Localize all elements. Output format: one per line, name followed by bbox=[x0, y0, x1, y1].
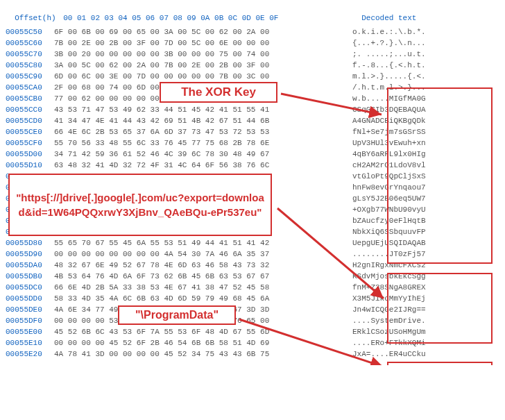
hex-cell: 6F 00 6B 00 69 00 65 00 3A 00 5C 00 62 0… bbox=[54, 26, 352, 37]
offset-cell: 00055DA0 bbox=[6, 260, 54, 271]
hex-cell: 34 71 42 59 36 61 52 46 4C 39 6C 78 30 4… bbox=[54, 149, 352, 160]
decoded-cell: KSdvMjosbkEkcSgg bbox=[352, 271, 426, 282]
offset-cell: 00055CD0 bbox=[6, 115, 54, 126]
decoded-cell: NbkXiQ6SSbquuvFP bbox=[352, 226, 426, 237]
offset-cell: 00055DF0 bbox=[6, 315, 54, 326]
annotation-xor-key: The XOR Key bbox=[160, 82, 277, 103]
redbox-programdata-block bbox=[387, 362, 493, 365]
hex-row: 00055E204A 78 41 3D 00 00 00 00 45 52 34… bbox=[6, 348, 499, 360]
annotation-programdata: "\ProgramData" bbox=[118, 305, 236, 325]
annotation-url-text: "https[://]drive[.]google[.]com/uc?expor… bbox=[15, 190, 265, 219]
hex-cell: 63 48 32 41 4D 32 72 4F 31 4C 64 6F 56 3… bbox=[54, 160, 352, 171]
hex-row: 00055E1000 00 00 00 45 52 6F 2B 46 54 6B… bbox=[6, 337, 499, 348]
offset-cell: 00055DC0 bbox=[6, 282, 54, 293]
decoded-cell: Jn4wICQGe2IJRg== bbox=[352, 304, 426, 315]
decoded-cell: m.l.>.}.....{.<. bbox=[352, 71, 426, 82]
hex-row: 00055C803A 00 5C 00 62 00 2A 00 7B 00 2E… bbox=[6, 60, 499, 71]
hex-cols-label: 00 01 02 03 04 05 06 07 08 09 0A 0B 0C 0… bbox=[63, 14, 361, 22]
hex-cell: 48 32 67 6E 49 52 67 78 4E 6D 63 46 58 4… bbox=[54, 260, 352, 271]
offset-cell: 00055C90 bbox=[6, 71, 54, 82]
hex-row: 00055DB04B 53 64 76 4D 6A 6F 73 62 6B 45… bbox=[6, 271, 499, 282]
hex-row: 00055E0045 52 6B 6C 43 53 6F 7A 55 53 6F… bbox=[6, 326, 499, 337]
decoded-cell: CSqGSIb3DQEBAQUA bbox=[352, 104, 426, 115]
offset-cell: 00055DB0 bbox=[6, 271, 54, 282]
decoded-cell: UpV3HUl3vEwuh+xn bbox=[352, 137, 426, 149]
hex-row: 00055D0034 71 42 59 36 61 52 46 4C 39 6C… bbox=[6, 149, 499, 160]
hex-cell: 00 00 00 00 45 52 6F 2B 46 54 6B 6B 58 5… bbox=[54, 337, 352, 348]
annotation-xor-key-text: The XOR Key bbox=[181, 85, 256, 99]
hex-row: 00055DA048 32 67 6E 49 52 67 78 4E 6D 63… bbox=[6, 260, 499, 271]
hex-cell: 45 52 6B 6C 43 53 6F 7A 55 53 6F 48 4D 6… bbox=[54, 326, 352, 337]
decoded-cell: ....SystemDrive. bbox=[352, 315, 426, 326]
hex-cell: 3B 00 20 00 00 00 00 00 3B 00 00 00 75 0… bbox=[54, 49, 352, 60]
offset-cell: 00055E10 bbox=[6, 337, 54, 348]
decoded-cell: ;. .....;...u.t. bbox=[352, 49, 426, 60]
decoded-cell: ....ERo+FTkkXQMi bbox=[352, 337, 426, 348]
decoded-cell: JxA=....ER4uCCku bbox=[352, 348, 426, 360]
decoded-cell: vtGloPt9QpCljSxS bbox=[352, 171, 426, 182]
decoded-cell: cH2AM2rO1LdoV8vl bbox=[352, 160, 426, 171]
hex-cell: 4A 78 41 3D 00 00 00 00 45 52 34 75 43 4… bbox=[54, 348, 352, 360]
hex-cell: 66 6E 4D 2B 5A 33 38 53 4E 67 41 38 47 5… bbox=[54, 282, 352, 293]
hex-cell: 55 65 70 67 55 45 6A 55 53 51 49 44 41 5… bbox=[54, 237, 352, 249]
decoded-cell: {...+.?.}.\.n... bbox=[352, 37, 426, 49]
offset-cell: 00055D10 bbox=[6, 160, 54, 171]
hex-row: 00055C506F 00 6B 00 69 00 65 00 3A 00 5C… bbox=[6, 26, 499, 37]
hex-cell: 55 70 56 33 48 55 6C 33 76 45 77 75 68 2… bbox=[54, 137, 352, 149]
hex-row: 00055C607B 00 2E 00 2B 00 3F 00 7D 00 5C… bbox=[6, 37, 499, 49]
hex-header: Offset(h)00 01 02 03 04 05 06 07 08 09 0… bbox=[6, 6, 499, 22]
offset-cell: 00055CB0 bbox=[6, 93, 54, 104]
offset-cell: 00055DE0 bbox=[6, 304, 54, 315]
hex-row: 00055DC066 6E 4D 2B 5A 33 38 53 4E 67 41… bbox=[6, 282, 499, 293]
decoded-cell: f.-.8...{.<.h.t. bbox=[352, 60, 426, 71]
offset-cell: 00055D90 bbox=[6, 249, 54, 260]
hex-row: 00055C906D 00 6C 00 3E 00 7D 00 00 00 00… bbox=[6, 71, 499, 82]
annotation-url: "https[://]drive[.]google[.]com/uc?expor… bbox=[8, 174, 272, 236]
decoded-cell: ........JT0zFj57 bbox=[352, 249, 426, 260]
decoded-cell: o.k.i.e.:.\.b.*. bbox=[352, 26, 426, 37]
decoded-cell: X3M5JlkcMmYyIhEj bbox=[352, 293, 426, 304]
offset-cell: 00055C70 bbox=[6, 49, 54, 60]
hex-row: 00055C703B 00 20 00 00 00 00 00 3B 00 00… bbox=[6, 49, 499, 60]
decoded-cell: UepgUEjUSQIDAQAB bbox=[352, 237, 426, 249]
hex-cell: 58 33 4D 35 4A 6C 6B 63 4D 6D 59 79 49 6… bbox=[54, 293, 352, 304]
hex-cell: 43 53 71 47 53 49 62 33 44 51 45 42 41 5… bbox=[54, 104, 352, 115]
decoded-cell: fnM+Z38SNgA8GREX bbox=[352, 282, 426, 293]
hex-row: 00055CF055 70 56 33 48 55 6C 33 76 45 77… bbox=[6, 137, 499, 149]
hex-row: 00055CC043 53 71 47 53 49 62 33 44 51 45… bbox=[6, 104, 499, 115]
decoded-col-label: Decoded text bbox=[361, 14, 416, 22]
hex-row: 00055DD058 33 4D 35 4A 6C 6B 63 4D 6D 59… bbox=[6, 293, 499, 304]
offset-cell: 00055D00 bbox=[6, 149, 54, 160]
decoded-cell: +OXgb77WNbU90vyU bbox=[352, 204, 426, 215]
decoded-cell: hnFw8evGrYnqaou7 bbox=[352, 182, 426, 193]
hex-row: 00055DE04A 6E 34 77 49 43 51 47 65 32 49… bbox=[6, 304, 499, 315]
hex-row: 00055D9000 00 00 00 00 00 00 00 4A 54 30… bbox=[6, 249, 499, 260]
hex-row: 00055D1063 48 32 41 4D 32 72 4F 31 4C 64… bbox=[6, 160, 499, 171]
offset-col-label: Offset(h) bbox=[15, 14, 63, 22]
decoded-cell: w.b.....MIGfMA0G bbox=[352, 93, 426, 104]
hex-cell: 00 00 00 00 00 00 00 00 4A 54 30 7A 46 6… bbox=[54, 249, 352, 260]
offset-cell: 00055E20 bbox=[6, 348, 54, 360]
annotation-programdata-text: "\ProgramData" bbox=[135, 309, 219, 321]
decoded-cell: fNl+Se7jm7sGSrSS bbox=[352, 126, 426, 137]
hex-cell: 6D 00 6C 00 3E 00 7D 00 00 00 00 00 7B 0… bbox=[54, 71, 352, 82]
offset-cell: 00055DD0 bbox=[6, 293, 54, 304]
hex-cell: 7B 00 2E 00 2B 00 3F 00 7D 00 5C 00 6E 0… bbox=[54, 37, 352, 49]
hex-cell: 4B 53 64 76 4D 6A 6F 73 62 6B 45 6B 63 5… bbox=[54, 271, 352, 282]
offset-cell: 00055CA0 bbox=[6, 82, 54, 93]
offset-cell: 00055C60 bbox=[6, 37, 54, 49]
decoded-cell: 4qBY6aRFL9lx0HIg bbox=[352, 149, 426, 160]
offset-cell: 00055E00 bbox=[6, 326, 54, 337]
hex-cell: 41 34 47 4E 41 44 43 42 69 51 4B 42 67 5… bbox=[54, 115, 352, 126]
decoded-cell: A4GNADCBiQKBgQDk bbox=[352, 115, 426, 126]
hex-cell: 66 4E 6C 2B 53 65 37 6A 6D 37 73 47 53 7… bbox=[54, 126, 352, 137]
hex-row: 00055DF000 00 00 00 53 79 73 74 65 6D 44… bbox=[6, 315, 499, 326]
hex-row: 00055D8055 65 70 67 55 45 6A 55 53 51 49… bbox=[6, 237, 499, 249]
hex-row: 00055CD041 34 47 4E 41 44 43 42 69 51 4B… bbox=[6, 115, 499, 126]
decoded-cell: H2gnIRgxNmcFXCs2 bbox=[352, 260, 426, 271]
decoded-cell: gLsY5J2B06eq5UW7 bbox=[352, 193, 426, 204]
decoded-cell: /.h.t.m.l.>.}... bbox=[352, 82, 426, 93]
decoded-cell: ERklCSozUSoHMgUm bbox=[352, 326, 426, 337]
offset-cell: 00055CC0 bbox=[6, 104, 54, 115]
offset-cell: 00055CF0 bbox=[6, 137, 54, 149]
